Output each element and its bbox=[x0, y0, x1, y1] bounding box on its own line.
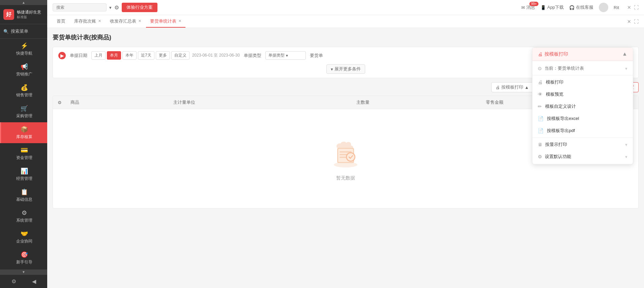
sidebar-item-purchase[interactable]: 🛒 采购管理 bbox=[0, 101, 47, 122]
doc-type-label: 单据类型 bbox=[244, 53, 261, 59]
sidebar-item-inventory[interactable]: 📦 库存核算 bbox=[0, 122, 47, 143]
sidebar-navigation: ⚡ 快捷导航 📢 营销推广 💰 销售管理 🛒 采购管理 📦 库存核算 💳 资金管… bbox=[0, 39, 47, 269]
content-inner: 要货单统计表(按商品) ▶ 单据日期 上月 本月 本年 近7天 更多 自定义 2… bbox=[53, 33, 639, 209]
col-header-unit: 主计量单位 bbox=[169, 96, 352, 109]
template-excel-item[interactable]: 📄 按模板导出excel bbox=[532, 113, 633, 125]
sales-icon: 💰 bbox=[21, 84, 28, 91]
sidebar: ▲ 好 畅捷通好生意 标准版 🔍 搜索菜单 ⚡ 快捷导航 📢 营销推广 💰 销售… bbox=[0, 0, 47, 288]
date-btn-custom[interactable]: 自定义 bbox=[171, 51, 189, 60]
search-menu-button[interactable]: 🔍 搜索菜单 bbox=[3, 27, 44, 36]
search-input[interactable] bbox=[53, 3, 107, 11]
col-header-product: 商品 bbox=[66, 96, 169, 109]
current-template-item[interactable]: ⊙ 当前：要货单统计表 ▾ bbox=[532, 62, 633, 74]
logo-icon: 好 bbox=[3, 9, 14, 20]
tab-receipt-summary[interactable]: 收发存汇总表 ✕ bbox=[106, 15, 145, 28]
sidebar-item-system[interactable]: ⚙ 系统管理 bbox=[0, 206, 47, 227]
col-header-settings[interactable]: ⚙ bbox=[53, 96, 66, 109]
col-header-quantity: 主数量 bbox=[352, 96, 482, 109]
search-icon: 🔍 bbox=[3, 29, 9, 34]
finance-icon: 💳 bbox=[21, 147, 28, 154]
messages-badge: 99+ bbox=[529, 2, 538, 6]
svg-rect-5 bbox=[340, 157, 346, 158]
set-default-item[interactable]: ⚙ 设置默认功能 ▾ bbox=[532, 151, 633, 163]
print-dropdown-header: 🖨 按模板打印 ▼ bbox=[532, 48, 633, 61]
display-print-item[interactable]: 🖥 按显示打印 ▾ bbox=[532, 138, 633, 151]
template-print-item[interactable]: 🖨 模板打印 bbox=[532, 76, 633, 88]
set-default-arrow: ▾ bbox=[625, 154, 627, 159]
date-btn-more[interactable]: 更多 bbox=[156, 51, 170, 60]
sidebar-item-guide[interactable]: 🎯 新手引导 bbox=[0, 248, 47, 268]
sidebar-bottom: ⚙ ◀ bbox=[0, 275, 47, 288]
sidebar-scroll-down[interactable]: ▼ bbox=[0, 269, 47, 275]
online-support-button[interactable]: 🎧 在线客服 bbox=[569, 4, 593, 10]
window-controls: ✕ ⛶ bbox=[627, 5, 639, 10]
doc-type-select[interactable]: 单据类型 ▾ bbox=[265, 51, 306, 60]
sidebar-scroll-up[interactable]: ▲ bbox=[0, 0, 47, 5]
print-button[interactable]: 🖨 按模板打印 ▲ bbox=[491, 82, 533, 92]
download-icon: 📱 bbox=[540, 5, 546, 10]
sidebar-search-area[interactable]: 🔍 搜索菜单 bbox=[0, 24, 47, 39]
system-icon: ⚙ bbox=[22, 209, 27, 217]
messages-button[interactable]: ✉ 消息 99+ bbox=[521, 4, 535, 10]
date-filter-label: 单据日期 bbox=[70, 53, 87, 59]
sidebar-item-operations[interactable]: 📊 经营管理 bbox=[0, 164, 47, 185]
sidebar-item-quick-nav[interactable]: ⚡ 快捷导航 bbox=[0, 39, 47, 60]
tab-close-order-stats[interactable]: ✕ bbox=[178, 19, 181, 23]
print-arrow-icon: ▲ bbox=[525, 85, 529, 90]
collapse-button[interactable]: ◀ bbox=[32, 278, 36, 285]
date-btn-last-month[interactable]: 上月 bbox=[91, 51, 106, 60]
set-default-icon: ⚙ bbox=[538, 154, 542, 159]
date-btn-this-year[interactable]: 本年 bbox=[122, 51, 137, 60]
user-avatar[interactable] bbox=[599, 3, 608, 12]
tab-close-receipt-summary[interactable]: ✕ bbox=[138, 19, 141, 23]
empty-text: 暂无数据 bbox=[336, 175, 355, 181]
date-range-display: 2023-06-01 至 2023-06-30 bbox=[192, 53, 240, 58]
order-type-label: 要货单 bbox=[310, 53, 323, 59]
print-dropdown: 🖨 按模板打印 ▼ ⊙ 当前：要货单统计表 ▾ bbox=[532, 47, 633, 164]
template-custom-item[interactable]: ✏ 模板自定义设计 bbox=[532, 100, 633, 113]
expand-icon: ▾ bbox=[331, 67, 333, 72]
settings-button[interactable]: ⚙ bbox=[11, 278, 16, 285]
trial-button[interactable]: 体验行业方案 bbox=[122, 3, 157, 12]
print-dropdown-title: 🖨 按模板打印 bbox=[538, 51, 568, 57]
search-dropdown-icon[interactable]: ▾ bbox=[109, 5, 112, 10]
date-btn-this-month[interactable]: 本月 bbox=[107, 51, 121, 60]
template-preview-item[interactable]: 👁 模板预览 bbox=[532, 88, 633, 100]
sidebar-item-enterprise[interactable]: 🤝 企业协同 bbox=[0, 227, 47, 248]
gear-col-icon: ⚙ bbox=[58, 100, 62, 105]
template-pdf-item[interactable]: 📄 按模板导出pdf bbox=[532, 125, 633, 137]
tabs-bar: 首页 库存批次账 ✕ 收发存汇总表 ✕ 要货单统计表 ✕ ✕ ⛶ bbox=[47, 15, 644, 28]
current-template-icon: ⊙ bbox=[538, 66, 542, 71]
filter-expand-icon[interactable]: ▶ bbox=[58, 52, 66, 59]
minimize-button[interactable]: ✕ bbox=[627, 5, 631, 10]
tab-expand-window[interactable]: ⛶ bbox=[634, 19, 639, 24]
topbar: ▾ ⚙ 体验行业方案 ✉ 消息 99+ 📱 App下载 🎧 在线客服 Rit ✕… bbox=[47, 0, 644, 15]
tab-close-batch-accounts[interactable]: ✕ bbox=[98, 19, 101, 23]
sidebar-item-marketing[interactable]: 📢 营销推广 bbox=[0, 60, 47, 81]
quick-nav-icon: ⚡ bbox=[21, 42, 28, 50]
username-label: Rit bbox=[614, 5, 619, 10]
sidebar-item-basic[interactable]: 📋 基础信息 bbox=[0, 185, 47, 206]
expand-more-btn[interactable]: ▾ 展开更多条件 bbox=[326, 64, 365, 74]
date-btn-7days[interactable]: 近7天 bbox=[138, 51, 154, 60]
app-download-button[interactable]: 📱 App下载 bbox=[540, 4, 564, 10]
maximize-button[interactable]: ⛶ bbox=[634, 5, 639, 10]
sidebar-item-sales[interactable]: 💰 销售管理 bbox=[0, 81, 47, 101]
template-preview-icon: 👁 bbox=[538, 92, 543, 97]
message-icon: ✉ bbox=[521, 5, 525, 10]
topbar-left: ▾ ⚙ 体验行业方案 bbox=[53, 3, 517, 12]
topbar-gear-icon[interactable]: ⚙ bbox=[114, 4, 119, 11]
sidebar-item-finance[interactable]: 💳 资金管理 bbox=[0, 143, 47, 164]
app-name: 畅捷通好生意 标准版 bbox=[17, 9, 41, 20]
template-print-icon: 🖨 bbox=[538, 79, 543, 85]
tab-close-window[interactable]: ✕ bbox=[627, 19, 631, 24]
display-print-arrow: ▾ bbox=[625, 142, 627, 147]
doc-type-arrow: ▾ bbox=[286, 53, 288, 58]
purchase-icon: 🛒 bbox=[21, 105, 28, 112]
tab-order-stats[interactable]: 要货单统计表 ✕ bbox=[146, 15, 185, 28]
tab-batch-accounts[interactable]: 库存批次账 ✕ bbox=[70, 15, 105, 28]
print-dropdown-close[interactable]: ▼ bbox=[622, 51, 627, 57]
template-pdf-icon: 📄 bbox=[538, 128, 544, 133]
tab-home[interactable]: 首页 bbox=[53, 15, 69, 28]
app-logo: 好 畅捷通好生意 标准版 bbox=[0, 5, 47, 24]
